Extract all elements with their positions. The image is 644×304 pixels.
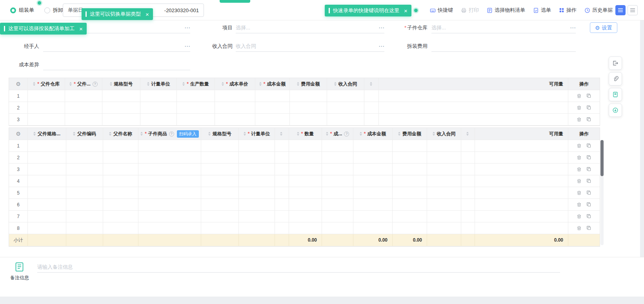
cell[interactable] xyxy=(393,199,427,210)
ellipsis-picker-icon[interactable]: ⋯ xyxy=(184,43,190,49)
cell[interactable] xyxy=(201,211,239,222)
close-icon[interactable]: × xyxy=(404,8,408,14)
copy-row-icon[interactable] xyxy=(586,190,591,195)
sort-icon[interactable] xyxy=(297,82,299,86)
cell[interactable] xyxy=(66,152,103,163)
cell[interactable] xyxy=(239,164,275,175)
header-child-item[interactable]: *子件商品?扫码录入 xyxy=(138,128,201,140)
help-icon[interactable]: ? xyxy=(93,82,98,87)
copy-row-icon[interactable] xyxy=(586,155,591,160)
cell[interactable] xyxy=(289,140,322,151)
cell[interactable] xyxy=(427,187,461,198)
cell[interactable] xyxy=(201,187,239,198)
cell[interactable] xyxy=(364,114,379,125)
delete-row-icon[interactable] xyxy=(577,117,582,122)
header-income-contract[interactable]: 收入合同 xyxy=(427,128,461,140)
delete-row-icon[interactable] xyxy=(577,155,582,160)
cell[interactable] xyxy=(138,199,201,210)
cell[interactable] xyxy=(290,90,327,102)
cell[interactable] xyxy=(138,187,201,198)
cell[interactable] xyxy=(275,199,289,210)
delete-row-icon[interactable] xyxy=(577,190,582,195)
sort-icon[interactable] xyxy=(222,82,224,86)
ellipsis-picker-icon[interactable]: ⋯ xyxy=(570,25,576,31)
header-income-contract[interactable]: 收入合同 xyxy=(327,78,364,90)
cell[interactable] xyxy=(102,90,140,102)
cell[interactable] xyxy=(461,211,475,222)
income-contract-field[interactable]: 收入合同 ⋯ xyxy=(236,41,384,52)
cell[interactable] xyxy=(177,90,215,102)
header-fee-amount[interactable]: 费用金额 xyxy=(393,128,427,140)
cell[interactable] xyxy=(66,175,103,187)
cell[interactable] xyxy=(322,211,353,222)
header-parent-code[interactable]: 父件编码 xyxy=(66,128,103,140)
column-settings-button[interactable]: ⚙ xyxy=(9,78,28,90)
cell[interactable] xyxy=(322,175,353,187)
delete-row-icon[interactable] xyxy=(577,143,582,148)
cell[interactable] xyxy=(65,102,102,113)
cell[interactable] xyxy=(201,140,239,151)
copy-row-icon[interactable] xyxy=(586,178,591,184)
cell[interactable] xyxy=(138,152,201,163)
cell[interactable] xyxy=(289,199,322,210)
cell[interactable] xyxy=(327,102,364,113)
cell[interactable] xyxy=(427,140,461,151)
cell[interactable] xyxy=(427,199,461,210)
sort-icon[interactable] xyxy=(69,82,72,86)
cell[interactable] xyxy=(322,222,353,234)
cell[interactable] xyxy=(239,175,275,187)
cell[interactable] xyxy=(322,164,353,175)
cell[interactable] xyxy=(103,211,138,222)
shortcut-keys-button[interactable]: 快捷键 xyxy=(430,7,453,14)
cell[interactable] xyxy=(28,102,65,113)
cell[interactable] xyxy=(28,114,65,125)
header-parent-warehouse[interactable]: *父件仓库 xyxy=(28,78,65,90)
cell[interactable] xyxy=(103,175,138,187)
cell[interactable] xyxy=(28,187,66,198)
ellipsis-picker-icon[interactable]: ⋯ xyxy=(184,25,190,31)
cell[interactable] xyxy=(322,140,353,151)
cell[interactable] xyxy=(461,175,475,187)
cell[interactable] xyxy=(327,90,364,102)
cell[interactable] xyxy=(201,199,239,210)
sort-icon[interactable] xyxy=(73,132,75,136)
header-cost-price[interactable]: *成...? xyxy=(322,128,353,140)
cell[interactable] xyxy=(215,114,255,125)
scan-input-button[interactable]: 扫码录入 xyxy=(177,130,199,138)
cell[interactable] xyxy=(275,140,289,151)
cell[interactable] xyxy=(275,222,289,234)
header-parent-name[interactable]: 父件名称 xyxy=(103,128,138,140)
cell[interactable] xyxy=(353,164,393,175)
cell[interactable] xyxy=(201,152,239,163)
sort-icon[interactable] xyxy=(109,132,111,136)
cell[interactable] xyxy=(140,90,177,102)
sort-icon[interactable] xyxy=(140,132,143,136)
cell[interactable] xyxy=(461,199,475,210)
collapse-panel-button[interactable] xyxy=(609,56,622,70)
sort-icon[interactable] xyxy=(208,132,211,136)
cell[interactable] xyxy=(138,175,201,187)
sort-icon[interactable] xyxy=(280,132,282,136)
close-icon[interactable]: × xyxy=(79,26,83,32)
cell[interactable] xyxy=(461,164,475,175)
sort-icon[interactable] xyxy=(33,82,35,86)
cell[interactable] xyxy=(427,164,461,175)
cell[interactable] xyxy=(66,211,103,222)
cell[interactable] xyxy=(239,211,275,222)
cell[interactable] xyxy=(140,102,177,113)
delete-row-icon[interactable] xyxy=(577,214,582,219)
cell[interactable] xyxy=(275,211,289,222)
list-view-button[interactable] xyxy=(615,5,626,15)
sort-icon[interactable] xyxy=(398,132,400,136)
cell[interactable] xyxy=(393,152,427,163)
sort-icon[interactable] xyxy=(182,82,185,86)
copy-row-icon[interactable] xyxy=(586,202,591,207)
cell[interactable] xyxy=(289,175,322,187)
cell[interactable] xyxy=(393,140,427,151)
header-production-qty[interactable]: *生产数量 xyxy=(177,78,215,90)
cell[interactable] xyxy=(290,102,327,113)
delete-row-icon[interactable] xyxy=(577,226,582,231)
sort-icon[interactable] xyxy=(259,82,262,86)
delete-row-icon[interactable] xyxy=(577,105,582,110)
dismantle-fee-field[interactable] xyxy=(431,41,576,52)
